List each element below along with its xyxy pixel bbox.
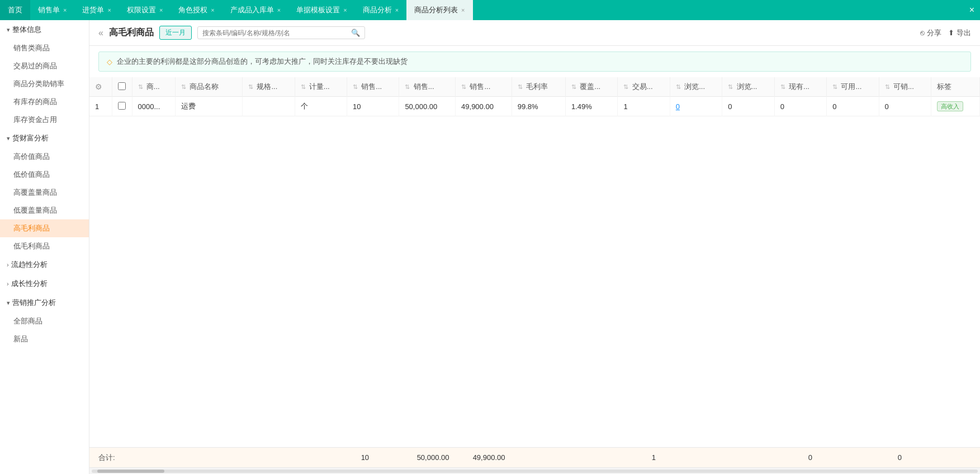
row-sales-cost: 49,900.00 [456, 97, 512, 116]
export-icon: ⬆ [948, 29, 954, 37]
collapse-arrow-growth-icon: › [7, 280, 9, 287]
row-sales-amount: 50,000.00 [399, 97, 456, 116]
scrollbar-thumb[interactable] [97, 470, 164, 473]
col-browse1[interactable]: ⇅ 浏览... [670, 77, 722, 97]
products-table: ⚙ ⇅ 商... ⇅ 商品名称 [89, 77, 980, 116]
sort-icon-name: ⇅ [181, 83, 186, 90]
horizontal-scrollbar[interactable] [89, 467, 980, 474]
sidebar-group-overall-info[interactable]: ▾ 整体信息 [0, 20, 89, 39]
share-icon: ⎋ [920, 29, 925, 37]
col-settings[interactable]: ⚙ [89, 77, 112, 97]
sort-icon-margin: ⇅ [518, 83, 523, 90]
row-trade: 1 [618, 97, 670, 116]
sort-icon-cost: ⇅ [461, 83, 466, 90]
sidebar-item-high-margin[interactable]: 高毛利商品 [0, 219, 89, 237]
nav-sales-order[interactable]: 销售单 × [30, 0, 74, 20]
collapse-arrow-icon: ▾ [7, 26, 10, 34]
col-saleable-stock[interactable]: ⇅ 可销... [879, 77, 931, 97]
col-unit[interactable]: ⇅ 计量... [295, 77, 347, 97]
sidebar-item-high-value[interactable]: 高价值商品 [0, 148, 89, 166]
col-current-stock[interactable]: ⇅ 现有... [774, 77, 826, 97]
sort-icon-coverage: ⇅ [571, 83, 576, 90]
close-product-analysis-icon[interactable]: × [395, 7, 399, 13]
total-label: 合计: [98, 453, 115, 463]
nav-product-analysis-list[interactable]: 商品分析列表 × [406, 0, 472, 20]
close-product-analysis-list-icon[interactable]: × [461, 7, 465, 13]
row-current-stock: 0 [774, 97, 826, 116]
collapse-sidebar-button[interactable]: « [98, 28, 103, 38]
search-box: 🔍 [197, 26, 365, 39]
sidebar-item-new-products[interactable]: 新品 [0, 330, 89, 348]
sidebar-group-trend-analysis[interactable]: › 流趋性分析 [0, 255, 89, 274]
col-product-code[interactable]: ⇅ 商... [132, 77, 176, 97]
close-sales-order-icon[interactable]: × [63, 7, 67, 13]
sidebar-item-stock-capital[interactable]: 库存资金占用 [0, 111, 89, 129]
top-navigation: 首页 销售单 × 进货单 × 权限设置 × 角色授权 × 产成品入库单 × 单据… [0, 0, 980, 20]
col-product-name[interactable]: ⇅ 商品名称 [176, 77, 243, 97]
sidebar-item-sales-products[interactable]: 销售类商品 [0, 39, 89, 57]
nav-permission-settings[interactable]: 权限设置 × [119, 0, 171, 20]
info-text: 企业的主要的利润都是这部分商品创造的，可考虑加大推广，同时关注库存是不要出现缺货 [117, 57, 408, 67]
col-coverage[interactable]: ⇅ 覆盖... [565, 77, 617, 97]
sort-icon-saleable: ⇅ [885, 83, 890, 90]
close-all-tabs-button[interactable]: × [969, 5, 974, 15]
settings-icon[interactable]: ⚙ [95, 82, 102, 91]
sort-icon-qty: ⇅ [353, 83, 358, 90]
sidebar-item-low-margin[interactable]: 低毛利商品 [0, 237, 89, 255]
sort-icon-unit: ⇅ [301, 83, 306, 90]
sidebar-item-high-coverage[interactable]: 高覆盖量商品 [0, 184, 89, 201]
sidebar-item-low-value[interactable]: 低价值商品 [0, 166, 89, 184]
col-checkbox [112, 77, 132, 97]
sidebar-item-in-stock-products[interactable]: 有库存的商品 [0, 93, 89, 111]
select-all-checkbox[interactable] [118, 82, 126, 90]
total-trade: 1 [646, 453, 691, 462]
col-tag[interactable]: 标签 [931, 77, 980, 97]
search-input[interactable] [202, 29, 351, 37]
sidebar-item-category-rate[interactable]: 商品分类助销率 [0, 75, 89, 93]
main-layout: ▾ 整体信息 销售类商品 交易过的商品 商品分类助销率 有库存的商品 库存资金占… [0, 20, 980, 474]
filter-recent-month-button[interactable]: 近一月 [159, 26, 192, 40]
footer-total: 合计: 10 50,000.00 49,900.00 1 0 0 [89, 447, 980, 467]
row-available-stock: 0 [827, 97, 879, 116]
search-icon[interactable]: 🔍 [351, 29, 360, 37]
close-finished-goods-icon[interactable]: × [277, 7, 281, 13]
nav-home[interactable]: 首页 [0, 0, 30, 20]
nav-role-auth[interactable]: 角色授权 × [171, 0, 222, 20]
share-button[interactable]: ⎋ 分享 [920, 28, 941, 38]
sidebar-group-growth-analysis[interactable]: › 成长性分析 [0, 274, 89, 293]
col-gross-margin[interactable]: ⇅ 毛利率 [512, 77, 565, 97]
sidebar-item-traded-products[interactable]: 交易过的商品 [0, 57, 89, 75]
sort-icon-trade: ⇅ [623, 83, 628, 90]
total-sales-qty: 10 [356, 453, 400, 462]
sidebar-item-low-coverage[interactable]: 低覆盖量商品 [0, 201, 89, 219]
sidebar-item-all-products[interactable]: 全部商品 [0, 312, 89, 330]
sidebar-group-marketing-analysis[interactable]: ▾ 营销推广分析 [0, 293, 89, 312]
col-sales-cost[interactable]: ⇅ 销售... [456, 77, 512, 97]
col-trade[interactable]: ⇅ 交易... [618, 77, 670, 97]
col-sales-amount[interactable]: ⇅ 销售... [399, 77, 456, 97]
close-template-icon[interactable]: × [343, 7, 347, 13]
col-sales-qty[interactable]: ⇅ 销售... [347, 77, 399, 97]
nav-finished-goods[interactable]: 产成品入库单 × [222, 0, 288, 20]
export-button[interactable]: ⬆ 导出 [948, 28, 971, 38]
col-available-stock[interactable]: ⇅ 可用... [827, 77, 879, 97]
row-sales-qty: 10 [347, 97, 399, 116]
close-role-auth-icon[interactable]: × [211, 7, 214, 13]
row-browse2: 0 [722, 97, 774, 116]
nav-template-settings[interactable]: 单据模板设置 × [288, 0, 354, 20]
nav-purchase-order[interactable]: 进货单 × [74, 0, 119, 20]
col-spec[interactable]: ⇅ 规格... [243, 77, 295, 97]
sort-icon-amount: ⇅ [405, 83, 410, 90]
close-permission-icon[interactable]: × [159, 7, 163, 13]
close-purchase-order-icon[interactable]: × [107, 7, 111, 13]
sidebar-group-wealth-analysis[interactable]: ▾ 货财富分析 [0, 129, 89, 148]
table-container[interactable]: ⚙ ⇅ 商... ⇅ 商品名称 [89, 77, 980, 447]
table-row: 1 0000... 运费 [89, 97, 980, 116]
collapse-arrow-trend-icon: › [7, 261, 9, 268]
col-browse2[interactable]: ⇅ 浏览... [722, 77, 774, 97]
content-header: « 高毛利商品 近一月 🔍 ⎋ 分享 ⬆ 导出 [89, 20, 980, 46]
row-browse1[interactable]: 0 [670, 97, 722, 116]
collapse-arrow-wealth-icon: ▾ [7, 135, 10, 142]
row-select-checkbox[interactable] [118, 102, 126, 110]
nav-product-analysis[interactable]: 商品分析 × [355, 0, 406, 20]
